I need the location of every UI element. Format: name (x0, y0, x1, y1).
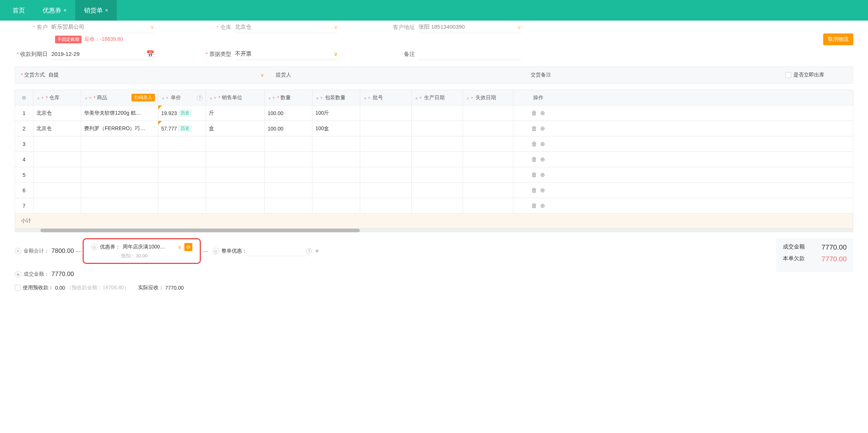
cell-price[interactable] (158, 198, 206, 213)
cell-warehouse[interactable]: 北京仓 (33, 121, 81, 136)
table-row[interactable]: 4🗑⊕ (15, 152, 853, 167)
invoice-select[interactable]: 不开票∨ (235, 48, 338, 60)
gear-icon[interactable]: ⚙ (15, 90, 33, 105)
cell-product[interactable] (81, 152, 158, 167)
cell-exp[interactable] (463, 136, 513, 151)
cell-pack[interactable] (312, 183, 360, 198)
cell-unit[interactable]: 盒 (206, 121, 265, 136)
add-icon[interactable]: ⊕ (540, 171, 545, 178)
add-icon[interactable]: ⊕ (540, 140, 545, 147)
help-icon[interactable]: ? (306, 248, 312, 254)
prepay-checkbox[interactable] (15, 285, 21, 291)
cell-batch[interactable] (360, 121, 412, 136)
cell-qty[interactable] (265, 198, 312, 213)
cell-exp[interactable] (463, 198, 513, 213)
cell-unit[interactable] (206, 152, 265, 167)
cell-exp[interactable] (463, 121, 513, 136)
cell-pack[interactable]: 100盒 (312, 121, 360, 136)
delete-icon[interactable]: 🗑 (531, 125, 537, 132)
cell-product[interactable] (81, 198, 158, 213)
cell-product[interactable] (81, 183, 158, 198)
cell-pack[interactable] (312, 167, 360, 182)
cell-product[interactable] (81, 167, 158, 182)
refresh-button[interactable]: ⟳ (184, 243, 192, 251)
cell-warehouse[interactable]: 北京仓 (33, 105, 81, 121)
cancel-logistics-button[interactable]: 取消物流 (823, 33, 853, 45)
cell-price[interactable] (158, 152, 206, 167)
chevron-down-icon[interactable]: ∨ (178, 244, 181, 250)
cell-unit[interactable] (206, 167, 265, 182)
cell-batch[interactable] (360, 198, 412, 213)
add-icon[interactable]: ⊕ (540, 202, 545, 209)
cell-mfg[interactable] (412, 198, 463, 213)
add-icon[interactable]: ⊕ (540, 110, 545, 117)
delete-icon[interactable]: 🗑 (531, 203, 537, 209)
cell-product[interactable]: 华美华夫软饼1200g 糕… (81, 105, 158, 121)
remark-input[interactable] (419, 48, 521, 60)
cell-unit[interactable] (206, 136, 265, 151)
tab-sales[interactable]: 销货单× (75, 0, 117, 21)
cell-batch[interactable] (360, 136, 412, 151)
delete-icon[interactable]: 🗑 (531, 156, 537, 163)
cell-mfg[interactable] (412, 152, 463, 167)
cell-qty[interactable]: 100.00 (265, 105, 312, 121)
cell-pack[interactable] (312, 152, 360, 167)
cell-pack[interactable]: 100斤 (312, 105, 360, 121)
cell-price[interactable]: 57.777历史 (158, 121, 206, 136)
delete-icon[interactable]: 🗑 (531, 187, 537, 194)
cell-qty[interactable]: 100.00 (265, 121, 312, 136)
immediate-checkbox[interactable] (785, 72, 791, 78)
table-row[interactable]: 5🗑⊕ (15, 167, 853, 183)
customer-select[interactable]: 昕乐贸易公司∨ (51, 21, 154, 33)
tab-home[interactable]: 首页 (4, 0, 34, 21)
address-select[interactable]: 张阳 18513400390∨ (419, 21, 521, 33)
cell-warehouse[interactable] (33, 136, 81, 151)
cell-price[interactable] (158, 136, 206, 151)
cell-mfg[interactable] (412, 183, 463, 198)
help-icon[interactable]: ? (197, 95, 203, 101)
cell-price[interactable] (158, 183, 206, 198)
cell-warehouse[interactable] (33, 198, 81, 213)
cell-qty[interactable] (265, 136, 312, 151)
cell-qty[interactable] (265, 183, 312, 198)
whole-discount-input[interactable] (247, 246, 306, 256)
cell-unit[interactable]: 斤 (206, 105, 265, 121)
close-icon[interactable]: × (105, 7, 108, 13)
cell-warehouse[interactable] (33, 152, 81, 167)
cell-exp[interactable] (463, 152, 513, 167)
cell-exp[interactable] (463, 167, 513, 182)
table-row[interactable]: 1北京仓华美华夫软饼1200g 糕…19.923历史斤100.00100斤🗑⊕ (15, 105, 853, 121)
table-row[interactable]: 7🗑⊕ (15, 198, 853, 214)
cell-warehouse[interactable] (33, 183, 81, 198)
add-icon[interactable]: ⊕ (540, 156, 545, 163)
cell-qty[interactable] (265, 167, 312, 182)
add-icon[interactable]: ⊕ (540, 125, 545, 132)
coupon-select[interactable]: 周年店庆满1000… (123, 244, 178, 250)
warehouse-select[interactable]: 北京仓∨ (235, 21, 338, 33)
cell-qty[interactable] (265, 152, 312, 167)
cell-batch[interactable] (360, 105, 412, 121)
delete-icon[interactable]: 🗑 (531, 141, 537, 147)
cell-batch[interactable] (360, 183, 412, 198)
cell-product[interactable]: 费列罗（FERRERO）巧… (81, 121, 158, 136)
cell-batch[interactable] (360, 167, 412, 182)
cell-unit[interactable] (206, 198, 265, 213)
cell-mfg[interactable] (412, 105, 463, 121)
delete-icon[interactable]: 🗑 (531, 172, 537, 178)
cell-mfg[interactable] (412, 121, 463, 136)
scan-button[interactable]: 扫码录入 (131, 94, 155, 101)
delivery-method-select[interactable]: 自提 (48, 72, 260, 78)
cell-unit[interactable] (206, 183, 265, 198)
close-icon[interactable]: × (64, 7, 66, 13)
cell-exp[interactable] (463, 105, 513, 121)
table-row[interactable]: 6🗑⊕ (15, 183, 853, 198)
cell-warehouse[interactable] (33, 167, 81, 182)
cell-mfg[interactable] (412, 136, 463, 151)
cell-pack[interactable] (312, 136, 360, 151)
due-date-input[interactable]: 2019-12-29📅 (51, 48, 154, 60)
cell-price[interactable]: 19.923历史 (158, 105, 206, 121)
cell-product[interactable] (81, 136, 158, 151)
add-icon[interactable]: ⊕ (540, 187, 545, 194)
cell-exp[interactable] (463, 183, 513, 198)
cell-pack[interactable] (312, 198, 360, 213)
